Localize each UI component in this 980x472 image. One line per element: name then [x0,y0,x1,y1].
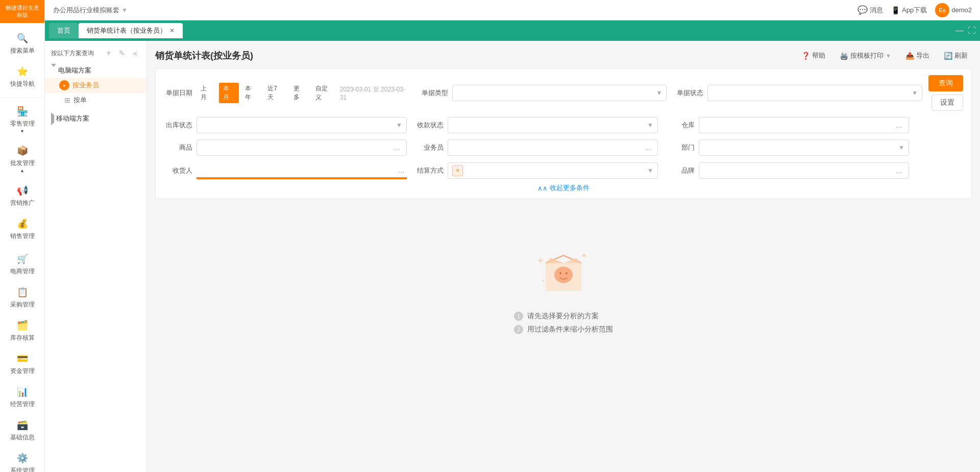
app-download-btn[interactable]: 📱 App下载 [891,6,927,15]
department-select[interactable]: ▼ [699,139,909,156]
plan-item-by-salesperson[interactable]: ● 按业务员 [45,78,146,93]
sub-item-icon: ⊞ [64,96,70,104]
tab-home[interactable]: 首页 [49,23,79,38]
sidebar-item-sales[interactable]: 💰 销售管理 [0,213,44,246]
date-tab-custom[interactable]: 自定义 [311,83,338,103]
query-button[interactable]: 查询 [928,75,963,91]
edit-plan-btn[interactable]: ✎ [117,48,127,58]
sidebar-item-operation-label: 经营管理 [10,400,35,409]
retail-expand-icon: ▼ [20,128,24,135]
desktop-group-header[interactable]: 电脑端方案 [45,63,146,78]
sidebar-item-operation[interactable]: 📊 经营管理 [0,381,44,414]
message-btn[interactable]: 💬 消息 [857,5,883,15]
sub-item-by-order[interactable]: ⊞ 按单 [45,93,146,107]
collapse-btn[interactable]: ∧∧ 收起更多条件 [164,183,963,193]
sidebar-item-system[interactable]: ⚙️ 系统管理 [0,447,44,472]
warehouse-input[interactable]: ... [699,117,909,133]
sidebar-item-search[interactable]: 🔍 搜索菜单 [0,27,44,60]
refresh-icon: 🔄 [944,52,952,60]
export-btn[interactable]: 📤 导出 [901,49,934,62]
date-tab-this-year[interactable]: 本年 [241,83,261,103]
svg-point-2 [559,272,561,274]
main-area: 办公用品行业模拟账套 ▼ 💬 消息 📱 App下载 Ea demo2 首页 [45,0,980,472]
sidebar-item-retail-label: 零售管理 [10,120,35,128]
svg-point-6 [582,254,585,257]
settlement-select[interactable]: × ▼ [448,162,658,179]
recipient-dots[interactable]: ... [396,166,407,175]
receipt-status-select[interactable]: ▼ [448,117,658,133]
out-status-chevron: ▼ [396,122,402,129]
brand-input[interactable]: ... [699,162,909,179]
svg-point-7 [542,280,544,282]
tab-min-icon[interactable]: — [955,26,964,35]
filter-out-status: 出库状态 ▼ [164,117,407,133]
print-btn[interactable]: 🖨️ 按模板打印 ▼ [836,49,895,62]
warehouse-dots[interactable]: ... [894,121,904,130]
settlement-tag-close[interactable]: × [456,167,459,174]
sidebar-item-marketing[interactable]: 📢 营销推广 [0,179,44,213]
out-status-select[interactable]: ▼ [197,117,407,133]
sidebar-item-finance[interactable]: 💳 资金管理 [0,347,44,381]
top-header: 办公用品行业模拟账套 ▼ 💬 消息 📱 App下载 Ea demo2 [45,0,980,20]
message-icon: 💬 [857,5,868,15]
date-tab-more[interactable]: 更多 [289,83,310,103]
wholesale-icon: 📦 [17,145,28,157]
salesperson-input[interactable]: ... [448,139,658,156]
empty-state: 1 请先选择要分析的方案 2 用过滤条件来缩小分析范围 [155,199,972,379]
date-tab-this-month[interactable]: 本月 [219,83,239,103]
goods-input[interactable]: ... [197,139,407,156]
avatar-initials: Ea [939,7,946,13]
tab-close-icon[interactable]: ✕ [169,27,175,34]
empty-tips: 1 请先选择要分析的方案 2 用过滤条件来缩小分析范围 [514,312,613,338]
tab-bar: 首页 销货单统计表（按业务员） ✕ — ⛶ [45,20,980,41]
refresh-btn[interactable]: 🔄 刷新 [940,49,972,62]
filter-date: 单据日期 上月 本月 本年 近7天 更多 自定义 2023-03-01 至 20… [164,83,411,103]
salesperson-dots[interactable]: ... [643,143,653,152]
sidebar-item-basic-label: 基础信息 [10,433,35,442]
message-label: 消息 [870,6,883,15]
filter-warehouse: 仓库 ... [666,117,909,133]
doc-type-select[interactable]: ▼ [452,85,667,101]
goods-dots[interactable]: ... [391,143,402,152]
header-right: 💬 消息 📱 App下载 Ea demo2 [857,3,972,17]
sidebar-item-quicknav[interactable]: ⭐ 快捷导航 [0,60,44,93]
filter-goods: 商品 ... [164,139,407,156]
doc-status-select[interactable]: ▼ [707,85,922,101]
help-label: 帮助 [812,51,825,60]
tip-2-text: 用过滤条件来缩小分析范围 [527,325,613,334]
sidebar-item-marketing-label: 营销推广 [10,199,35,207]
recipient-input[interactable] [197,162,407,178]
empty-svg [533,240,594,301]
company-selector[interactable]: 办公用品行业模拟账套 ▼ [53,6,128,15]
sidebar-item-ecom[interactable]: 🛒 电商管理 [0,248,44,281]
collapse-panel-btn[interactable]: « [130,48,140,58]
tab-sales-stat[interactable]: 销货单统计表（按业务员） ✕ [79,23,183,38]
receipt-status-label: 收款状态 [415,121,444,130]
basic-icon: 🗃️ [17,419,28,432]
date-tab-last7[interactable]: 近7天 [263,83,287,103]
mobile-group-header[interactable]: 移动端方案 [45,111,146,126]
sidebar-item-ecom-label: 电商管理 [10,267,35,276]
export-label: 导出 [916,51,929,60]
reset-button[interactable]: 设置 [932,95,963,111]
tab-max-icon[interactable]: ⛶ [968,26,976,35]
date-tab-last-month[interactable]: 上月 [197,83,217,103]
brand-dots[interactable]: ... [894,166,904,175]
help-btn[interactable]: ❓ 帮助 [797,49,829,62]
tip-1-text: 请先选择要分析的方案 [527,312,599,321]
mobile-group-chevron [51,112,54,125]
sidebar-item-retail[interactable]: 🏪 零售管理 ▼ [0,100,44,140]
sidebar-item-finance-label: 资金管理 [10,367,35,375]
sidebar-item-inventory[interactable]: 🗂️ 库存核算 [0,314,44,347]
add-plan-btn[interactable]: + [104,48,114,58]
sub-item-order-label: 按单 [74,96,87,105]
sidebar-item-wholesale[interactable]: 📦 批发管理 ▲ [0,139,44,179]
sidebar-item-purchase[interactable]: 📋 采购管理 [0,281,44,314]
sidebar-item-basic[interactable]: 🗃️ 基础信息 [0,414,44,447]
desktop-group-arrow [51,67,56,75]
operation-icon: 📊 [17,386,28,398]
user-profile-btn[interactable]: Ea demo2 [935,3,972,17]
desktop-group-label: 电脑端方案 [58,66,91,75]
date-range-display: 2023-03-01 至 2023-03-31 [340,85,411,101]
filter-row-4: 收货人 ... 结算方式 × ▼ [164,162,963,179]
